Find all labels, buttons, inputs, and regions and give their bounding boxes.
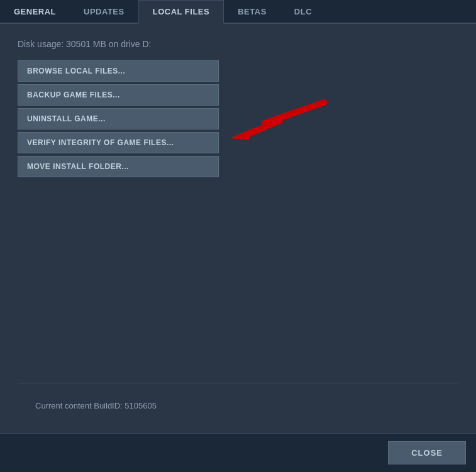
footer: Current content BuildID: 5105605	[18, 383, 458, 418]
svg-marker-2	[230, 128, 255, 140]
steam-properties-window: GENERAL UPDATES LOCAL FILES BETAS DLC Di…	[0, 0, 476, 472]
tab-general[interactable]: GENERAL	[0, 0, 70, 23]
backup-game-files-button[interactable]: BACKUP GAME FILES...	[18, 84, 219, 106]
disk-usage-text: Disk usage: 30501 MB on drive D:	[18, 39, 458, 49]
tab-dlc[interactable]: DLC	[280, 0, 326, 23]
tab-updates[interactable]: UPDATES	[70, 0, 138, 23]
browse-local-files-button[interactable]: BROWSE LOCAL FILES...	[18, 60, 219, 82]
arrow-annotation	[208, 93, 333, 143]
uninstall-game-button[interactable]: UNINSTALL GAME...	[18, 108, 219, 129]
main-content: Disk usage: 30501 MB on drive D: BROWSE …	[0, 24, 476, 433]
build-id-text: Current content BuildID: 5105605	[35, 393, 441, 418]
bottom-bar: CLOSE	[0, 433, 476, 472]
tab-betas[interactable]: BETAS	[224, 0, 280, 23]
move-install-folder-button[interactable]: MOVE INSTALL FOLDER...	[18, 156, 219, 177]
action-buttons-container: BROWSE LOCAL FILES... BACKUP GAME FILES.…	[18, 60, 219, 177]
verify-integrity-button[interactable]: VERIFY INTEGRITY OF GAME FILES...	[18, 132, 219, 153]
tab-local-files[interactable]: LOCAL FILES	[138, 0, 224, 24]
close-button[interactable]: CLOSE	[388, 441, 466, 464]
tab-bar: GENERAL UPDATES LOCAL FILES BETAS DLC	[0, 0, 476, 24]
